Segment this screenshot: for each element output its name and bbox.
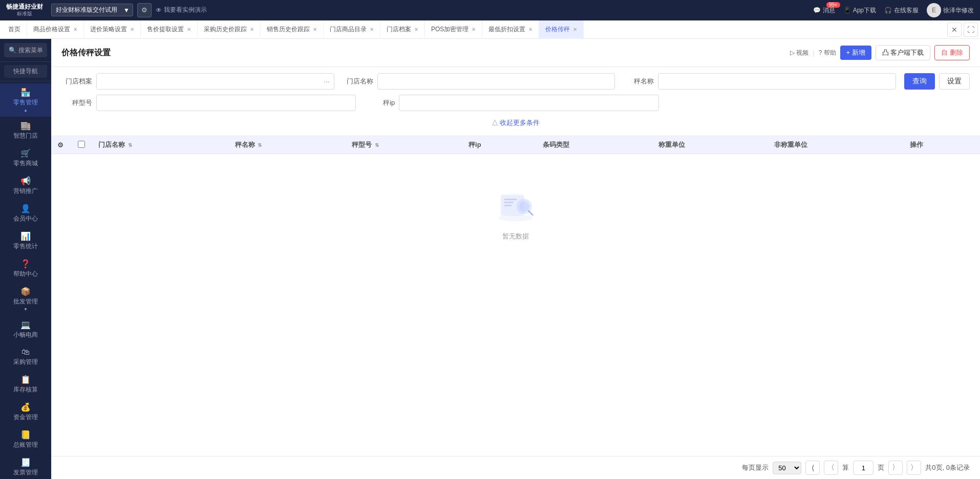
sidebar-item-label: 营销推广 xyxy=(13,187,38,195)
demo-button[interactable]: 👁 我要看实例演示 xyxy=(156,6,207,14)
tab-product-pricing[interactable]: 商品价格设置 ✕ xyxy=(27,20,84,39)
collapse-button[interactable]: △ 收起更多条件 xyxy=(487,116,544,129)
sidebar-item-finance[interactable]: 💰 资金管理 xyxy=(0,398,51,426)
last-page-button[interactable]: 〉 xyxy=(907,461,921,475)
sidebar: 🔍 搜索菜单 快捷导航 🏪 零售管理 ▲ 🏬 智慧门店 🛒 零售商城 xyxy=(0,39,51,479)
sidebar-item-retail-stats[interactable]: 📊 零售统计 xyxy=(0,227,51,255)
per-page-label: 每页显示 xyxy=(742,463,769,472)
sidebar-item-general-ledger[interactable]: 📒 总账管理 xyxy=(0,426,51,453)
select-all-checkbox[interactable] xyxy=(78,141,85,148)
app-download-button[interactable]: 📱 App下载 xyxy=(843,6,876,15)
tab-min-discount[interactable]: 最低折扣设置 ✕ xyxy=(482,20,539,39)
first-page-button[interactable]: ⟨ xyxy=(805,461,820,475)
sidebar-item-label: 资金管理 xyxy=(13,413,38,422)
store-archive-input[interactable] xyxy=(97,73,319,90)
svg-rect-8 xyxy=(504,205,512,206)
table-area: ⚙ 门店名称 ⇅ 秤名称 ⇅ xyxy=(51,136,980,456)
tab-purchase-history-label: 采购历史价跟踪 xyxy=(204,25,247,34)
th-settings[interactable]: ⚙ xyxy=(51,136,72,154)
page-number-input[interactable] xyxy=(853,461,874,475)
topbar-settings-button[interactable]: ⚙ xyxy=(137,3,152,17)
sidebar-item-smart-store[interactable]: 🏬 智慧门店 xyxy=(0,117,51,144)
th-scale-name[interactable]: 秤名称 ⇅ xyxy=(229,136,346,154)
empty-row: 暂无数据 xyxy=(51,154,980,272)
scale-model-input[interactable] xyxy=(96,95,356,111)
close-icon[interactable]: ✕ xyxy=(250,27,254,32)
collapse-row: △ 收起更多条件 xyxy=(61,116,970,129)
close-icon[interactable]: ✕ xyxy=(370,27,374,32)
close-icon[interactable]: ✕ xyxy=(73,27,77,32)
download-button[interactable]: 凸 客户端下载 xyxy=(876,45,931,60)
prev-page-button[interactable]: 〈 xyxy=(824,461,838,475)
th-store-name[interactable]: 门店名称 ⇅ xyxy=(92,136,229,154)
search-menu-button[interactable]: 🔍 搜索菜单 xyxy=(4,43,47,57)
sidebar-item-label: 零售商城 xyxy=(13,159,38,168)
sidebar-item-label: 会员中心 xyxy=(13,214,38,223)
ellipsis-icon[interactable]: ··· xyxy=(319,77,334,85)
close-icon[interactable]: ✕ xyxy=(414,27,418,32)
scale-ip-input[interactable] xyxy=(399,95,658,111)
tab-sale-price[interactable]: 售价提取设置 ✕ xyxy=(141,20,198,39)
filter-row-1: 门店档案 ··· 门店名称 秤名称 查询 设置 xyxy=(61,73,970,90)
tab-sales-history[interactable]: 销售历史价跟踪 ✕ xyxy=(261,20,324,39)
user-menu-button[interactable]: E 徐泽华修改 xyxy=(927,3,974,17)
sidebar-item-online-shop[interactable]: 🛒 零售商城 xyxy=(0,144,51,172)
close-icon[interactable]: ✕ xyxy=(528,27,532,32)
version-selector[interactable]: 好业财标准版交付试用 ▼ xyxy=(51,4,133,16)
tab-min-discount-label: 最低折扣设置 xyxy=(488,25,525,34)
query-button[interactable]: 查询 xyxy=(904,73,935,90)
sidebar-item-member-center[interactable]: 👤 会员中心 xyxy=(0,200,51,227)
scale-name-input[interactable] xyxy=(658,73,896,90)
close-icon[interactable]: ✕ xyxy=(313,27,317,32)
set-button[interactable]: 设置 xyxy=(939,73,970,90)
add-button[interactable]: + 新增 xyxy=(840,46,871,60)
finance-icon: 💰 xyxy=(20,402,31,412)
gear-icon: ⚙ xyxy=(141,6,147,14)
sidebar-item-ecommerce[interactable]: 💻 小畅电商 xyxy=(0,316,51,343)
tab-fullscreen-button[interactable]: ⛶ xyxy=(964,23,978,37)
video-link[interactable]: ▷ 视频 xyxy=(790,49,808,57)
sidebar-item-retail-management[interactable]: 🏪 零售管理 ▲ xyxy=(0,83,51,117)
close-icon[interactable]: ✕ xyxy=(187,27,191,32)
close-icon[interactable]: ✕ xyxy=(573,27,577,32)
th-scale-ip: 秤ip xyxy=(462,136,537,154)
tab-purchase-history[interactable]: 采购历史价跟踪 ✕ xyxy=(198,20,261,39)
tab-close-all-button[interactable]: ✕ xyxy=(947,23,962,37)
tab-purchase-strategy[interactable]: 进价策略设置 ✕ xyxy=(84,20,141,39)
close-icon[interactable]: ✕ xyxy=(472,27,476,32)
sidebar-item-label: 库存核算 xyxy=(13,385,38,394)
th-check[interactable] xyxy=(72,136,92,154)
prev-page-icon: 〈 xyxy=(827,463,835,472)
tab-product-pricing-label: 商品价格设置 xyxy=(33,25,70,34)
store-name-input[interactable] xyxy=(377,73,615,90)
sidebar-menu: 🏪 零售管理 ▲ 🏬 智慧门店 🛒 零售商城 📢 营销推广 👤 会员中心 xyxy=(0,81,51,479)
quick-nav-button[interactable]: 快捷导航 xyxy=(4,65,47,78)
tab-store-catalog[interactable]: 门店商品目录 ✕ xyxy=(324,20,380,39)
empty-illustration xyxy=(490,185,541,226)
sidebar-item-inventory[interactable]: 📋 库存核算 xyxy=(0,371,51,398)
messages-button[interactable]: 💬 消息 99+ xyxy=(813,6,835,15)
page-unit: 页 xyxy=(878,463,884,472)
tab-home[interactable]: 首页 xyxy=(2,20,27,39)
filter-store-name: 门店名称 xyxy=(343,73,615,90)
per-page-select[interactable]: 50 100 200 xyxy=(773,462,801,474)
sidebar-item-purchase[interactable]: 🛍 采购管理 xyxy=(0,343,51,371)
tab-bar: 首页 商品价格设置 ✕ 进价策略设置 ✕ 售价提取设置 ✕ 采购历史价跟踪 ✕ … xyxy=(0,20,980,39)
next-page-button[interactable]: 〉 xyxy=(888,461,903,475)
sort-icon: ⇅ xyxy=(375,142,379,148)
sidebar-item-help-center[interactable]: ❓ 帮助中心 xyxy=(0,255,51,282)
sidebar-item-wholesale[interactable]: 📦 批发管理 ▼ xyxy=(0,282,51,316)
online-service-button[interactable]: 🎧 在线客服 xyxy=(884,6,919,15)
tab-pos-management[interactable]: POS加密管理 ✕ xyxy=(425,20,482,39)
tab-pos-management-label: POS加密管理 xyxy=(431,25,468,34)
help-link[interactable]: ? 帮助 xyxy=(819,49,836,57)
delete-button[interactable]: 自 删除 xyxy=(934,45,970,60)
close-icon[interactable]: ✕ xyxy=(130,27,134,32)
tab-store-archive[interactable]: 门店档案 ✕ xyxy=(380,20,425,39)
sidebar-item-invoice[interactable]: 🧾 发票管理 xyxy=(0,453,51,479)
headset-icon: 🎧 xyxy=(884,7,892,14)
th-scale-model[interactable]: 秤型号 ⇅ xyxy=(346,136,462,154)
sidebar-item-marketing[interactable]: 📢 营销推广 xyxy=(0,172,51,200)
tab-price-scale[interactable]: 价格传秤 ✕ xyxy=(539,20,584,39)
computer-icon: 💻 xyxy=(20,320,31,330)
